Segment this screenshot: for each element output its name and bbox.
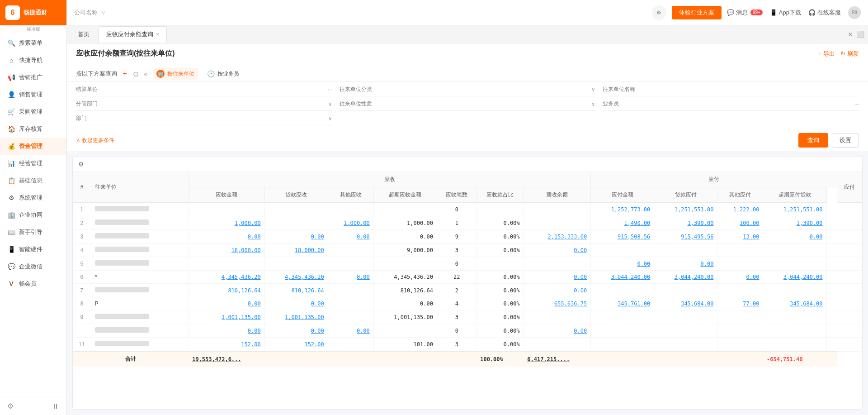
sidebar-item-search[interactable]: 🔍 搜索菜单 xyxy=(0,34,66,52)
table-cell[interactable]: 4,345,436.20 xyxy=(189,271,264,284)
partner-name-input[interactable] xyxy=(639,86,859,93)
table-cell[interactable]: 810,126.64 xyxy=(264,284,328,297)
tab-home[interactable]: 首页 xyxy=(71,26,97,43)
table-cell[interactable]: 1,390.00 xyxy=(763,216,826,230)
add-scheme-icon[interactable]: + xyxy=(123,69,127,79)
promo-button[interactable]: 体验行业方案 xyxy=(672,6,722,19)
table-cell[interactable]: 0.00 xyxy=(189,297,264,310)
sidebar-item-purchase[interactable]: 🛒 采购管理 xyxy=(0,103,66,120)
table-cell[interactable]: 0.00 xyxy=(264,297,328,310)
table-cell[interactable]: 1,490.00 xyxy=(591,216,654,230)
service-button[interactable]: 🎧 在线客服 xyxy=(808,9,841,17)
sidebar-item-system[interactable]: ⚙ 系统管理 xyxy=(0,189,66,206)
sidebar-item-quick[interactable]: ⌂ 快捷导航 xyxy=(0,52,66,69)
table-cell[interactable]: 0.00 xyxy=(524,243,591,257)
table-cell[interactable]: 0.00 xyxy=(524,324,591,338)
table-cell[interactable]: 0.00 xyxy=(328,271,373,284)
scheme-by-salesperson[interactable]: 🕐 按业务员 xyxy=(203,68,243,80)
table-cell[interactable]: 0.00 xyxy=(264,230,328,243)
sidebar-item-finance[interactable]: 💰 资金管理 xyxy=(0,138,66,155)
table-cell[interactable]: 345,761.00 xyxy=(591,297,654,310)
app-download-button[interactable]: 📱 App下载 xyxy=(770,9,801,17)
table-cell[interactable]: 3,044,240.00 xyxy=(591,271,654,284)
table-cell[interactable]: 915,508.56 xyxy=(591,230,654,243)
table-cell[interactable]: 1,222.00 xyxy=(717,203,763,216)
collapse-sidebar-icon[interactable]: ⏸ xyxy=(52,402,59,410)
tab-close-icon[interactable]: × xyxy=(156,32,159,37)
dept-input[interactable] xyxy=(103,101,328,107)
settlement-input[interactable] xyxy=(103,86,328,93)
table-cell[interactable]: 1,001,135.00 xyxy=(264,310,328,324)
table-cell[interactable]: 4,345,436.20 xyxy=(264,271,328,284)
table-cell[interactable]: 0.00 xyxy=(591,257,654,271)
table-cell[interactable]: 1,251,551.00 xyxy=(763,203,826,216)
footer-prepaid-balance[interactable]: 6,417,215.... xyxy=(524,351,591,367)
table-cell[interactable]: 0.00 xyxy=(763,230,826,243)
table-cell[interactable]: 0.00 xyxy=(328,230,373,243)
table-cell[interactable]: 345,684.00 xyxy=(763,297,826,310)
table-cell[interactable]: 810,126.64 xyxy=(189,284,264,297)
sidebar-item-operation[interactable]: 📊 经营管理 xyxy=(0,155,66,172)
table-cell[interactable]: 0.00 xyxy=(264,324,328,338)
partner-category-arrow[interactable]: ∨ xyxy=(591,86,595,93)
scheme-collapse-icon[interactable]: « xyxy=(144,70,148,77)
dept-arrow[interactable]: ∨ xyxy=(328,101,332,107)
table-cell[interactable]: 77.00 xyxy=(717,297,763,310)
footer-receivable-amount[interactable]: 19,553,472,6... xyxy=(189,351,264,367)
query-button[interactable]: 查询 xyxy=(798,133,828,148)
table-cell[interactable]: 13.00 xyxy=(717,230,763,243)
partner-nature-input[interactable] xyxy=(376,101,592,107)
table-cell[interactable]: 3,044,240.00 xyxy=(763,271,826,284)
scheme-by-partner[interactable]: 🏢 按往来单位 xyxy=(153,68,198,80)
tab-receivable[interactable]: 应收应付余额查询 × xyxy=(99,26,167,43)
table-cell[interactable]: 0.00 xyxy=(189,230,264,243)
settlement-dots[interactable]: ··· xyxy=(328,86,332,93)
header-settings-button[interactable]: ⚙ xyxy=(652,5,666,20)
sidebar-item-corp[interactable]: 🏢 企业协同 xyxy=(0,206,66,224)
table-cell[interactable]: 1,001,135.00 xyxy=(189,310,264,324)
message-button[interactable]: 💬 消息 99+ xyxy=(727,9,763,17)
section-dept-input[interactable] xyxy=(90,115,328,122)
scheme-settings-icon[interactable]: ⊙ xyxy=(133,70,139,78)
table-cell[interactable]: 0.00 xyxy=(524,284,591,297)
table-cell[interactable]: 100.00 xyxy=(717,216,763,230)
sidebar-item-hardware[interactable]: 📱 智能硬件 xyxy=(0,241,66,258)
table-cell[interactable]: 1,251,551.00 xyxy=(654,203,717,216)
table-cell[interactable]: 0.00 xyxy=(717,271,763,284)
partner-category-input[interactable] xyxy=(376,86,592,93)
user-avatar[interactable]: Rit xyxy=(848,6,861,19)
table-cell[interactable]: 1,252,773.00 xyxy=(591,203,654,216)
maximize-window-icon[interactable]: ⬜ xyxy=(857,31,864,38)
table-cell[interactable]: 345,684.00 xyxy=(654,297,717,310)
sidebar-item-wechat[interactable]: 💬 企业微信 xyxy=(0,258,66,275)
table-cell[interactable]: 0.00 xyxy=(328,324,373,338)
salesperson-dots[interactable]: ··· xyxy=(854,101,859,107)
sidebar-item-sales[interactable]: 👤 销售管理 xyxy=(0,86,66,103)
sidebar-item-member[interactable]: V 畅会员 xyxy=(0,275,66,292)
table-cell[interactable]: 152.00 xyxy=(189,338,264,352)
table-cell[interactable]: 0.00 xyxy=(189,324,264,338)
table-cell[interactable]: 915,495.56 xyxy=(654,230,717,243)
table-cell[interactable]: 655,636.75 xyxy=(524,297,591,310)
table-cell[interactable]: 1,000.00 xyxy=(328,216,373,230)
table-cell[interactable]: 0.00 xyxy=(654,257,717,271)
table-cell[interactable]: 18,000.00 xyxy=(264,243,328,257)
refresh-button[interactable]: ↻ 刷新 xyxy=(840,50,859,58)
table-cell[interactable]: 1,000.00 xyxy=(189,216,264,230)
close-window-icon[interactable]: ✕ xyxy=(848,31,853,38)
sidebar-item-basic[interactable]: 📋 基础信息 xyxy=(0,172,66,189)
table-cell[interactable]: 0.00 xyxy=(524,271,591,284)
collapse-filter-btn[interactable]: ∧ 收起更多条件 xyxy=(76,137,114,144)
settings-bottom-icon[interactable]: ⚙ xyxy=(7,402,14,410)
section-dept-arrow[interactable]: ∨ xyxy=(328,115,332,122)
table-cell[interactable]: 152.00 xyxy=(264,338,328,352)
sidebar-item-inventory[interactable]: 🏠 库存核算 xyxy=(0,120,66,138)
sidebar-item-marketing[interactable]: 📢 营销推广 xyxy=(0,69,66,86)
table-cell[interactable]: 18,000.00 xyxy=(189,243,264,257)
table-cell[interactable]: 2,153,333.00 xyxy=(524,230,591,243)
partner-nature-arrow[interactable]: ∨ xyxy=(591,101,595,107)
table-settings-icon[interactable]: ⚙ xyxy=(78,161,84,168)
setting-button[interactable]: 设置 xyxy=(832,133,859,148)
salesperson-input[interactable] xyxy=(630,101,854,107)
table-cell[interactable]: 1,390.00 xyxy=(654,216,717,230)
